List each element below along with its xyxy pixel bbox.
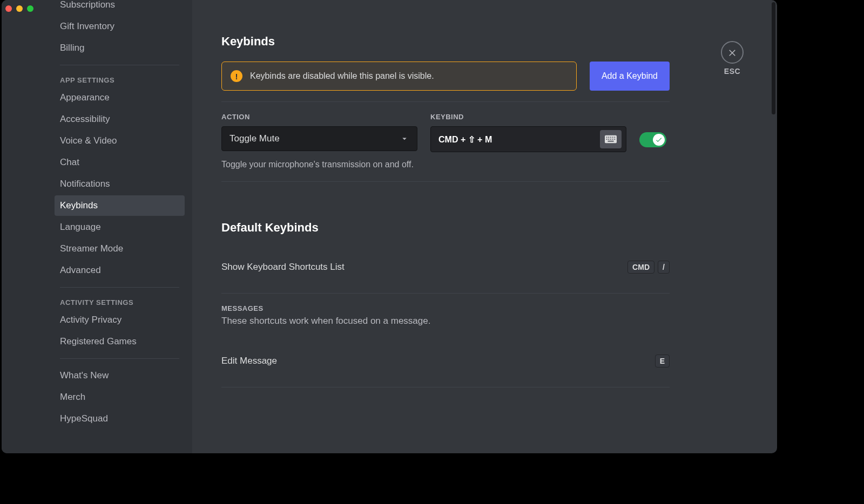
messages-subheader: MESSAGES	[221, 304, 670, 312]
action-select[interactable]: Toggle Mute	[221, 126, 417, 151]
warning-text: Keybinds are disabled while this panel i…	[250, 71, 434, 81]
keybind-input[interactable]: CMD + ⇧ + M	[430, 126, 626, 152]
record-keybind-button[interactable]	[600, 130, 622, 148]
sidebar-item-gift-inventory[interactable]: Gift Inventory	[55, 16, 185, 37]
settings-main: ESC Keybinds ! Keybinds are disabled whi…	[192, 0, 777, 453]
keybind-description: Toggle your microphone's transmission on…	[221, 160, 670, 169]
divider	[221, 293, 670, 294]
sidebar-item-language[interactable]: Language	[55, 217, 185, 237]
keycap: CMD	[627, 261, 654, 274]
keybind-enable-toggle[interactable]	[639, 132, 666, 147]
sidebar-item-chat[interactable]: Chat	[55, 152, 185, 173]
divider	[221, 181, 670, 182]
warning-banner: ! Keybinds are disabled while this panel…	[221, 62, 577, 91]
close-icon	[727, 47, 737, 57]
sidebar-header-app-settings: APP SETTINGS	[55, 72, 185, 87]
scrollbar[interactable]	[772, 2, 775, 114]
svg-rect-2	[608, 137, 609, 138]
messages-subdesc: These shortcuts work when focused on a m…	[221, 316, 670, 326]
keycap: /	[658, 261, 670, 274]
page-title: Keybinds	[221, 35, 670, 49]
close-window-dot[interactable]	[5, 5, 12, 12]
sidebar-divider	[60, 358, 179, 359]
close-label: ESC	[721, 67, 744, 76]
sidebar-item-keybinds[interactable]: Keybinds	[55, 195, 185, 216]
sidebar-item-advanced[interactable]: Advanced	[55, 260, 185, 281]
sidebar-item-merch[interactable]: Merch	[55, 387, 185, 407]
svg-rect-7	[608, 139, 609, 140]
sidebar-item-hypesquad[interactable]: HypeSquad	[55, 408, 185, 429]
shortcut-label: Edit Message	[221, 356, 277, 366]
sidebar-header-activity-settings: ACTIVITY SETTINGS	[55, 294, 185, 310]
svg-rect-10	[614, 139, 615, 140]
sidebar-item-notifications[interactable]: Notifications	[55, 174, 185, 194]
sidebar-item-appearance[interactable]: Appearance	[55, 87, 185, 108]
close-settings-group: ESC	[721, 41, 744, 76]
keycap: E	[655, 355, 670, 367]
shortcut-keys: E	[655, 355, 670, 367]
default-keybinds-title: Default Keybinds	[221, 221, 670, 235]
keybind-label: KEYBIND	[430, 113, 626, 121]
sidebar-divider	[60, 287, 179, 288]
svg-rect-3	[610, 137, 611, 138]
sidebar-item-accessibility[interactable]: Accessibility	[55, 109, 185, 130]
sidebar-divider	[60, 65, 179, 65]
shortcut-label: Show Keyboard Shortcuts List	[221, 262, 345, 273]
svg-rect-5	[614, 137, 615, 138]
minimize-window-dot[interactable]	[16, 5, 23, 12]
sidebar-item-whats-new[interactable]: What's New	[55, 365, 185, 386]
svg-rect-9	[612, 139, 613, 140]
close-button[interactable]	[721, 41, 744, 64]
warning-icon: !	[231, 70, 242, 82]
settings-sidebar: Subscriptions Gift Inventory Billing APP…	[2, 0, 192, 453]
keybind-value: CMD + ⇧ + M	[438, 134, 492, 145]
svg-rect-4	[612, 137, 613, 138]
svg-rect-11	[608, 141, 614, 142]
divider	[221, 101, 670, 102]
settings-window: Subscriptions Gift Inventory Billing APP…	[2, 0, 777, 453]
maximize-window-dot[interactable]	[27, 5, 33, 12]
sidebar-item-subscriptions[interactable]: Subscriptions	[55, 0, 185, 15]
divider	[221, 387, 670, 387]
sidebar-item-billing[interactable]: Billing	[55, 38, 185, 58]
check-icon	[655, 136, 663, 144]
window-traffic-lights[interactable]	[5, 5, 33, 12]
action-select-value: Toggle Mute	[230, 133, 280, 144]
shortcut-keys: CMD /	[627, 261, 670, 274]
chevron-down-icon	[400, 134, 409, 144]
action-label: ACTION	[221, 113, 417, 121]
sidebar-item-registered-games[interactable]: Registered Games	[55, 331, 185, 352]
svg-rect-8	[610, 139, 611, 140]
sidebar-item-activity-privacy[interactable]: Activity Privacy	[55, 310, 185, 330]
svg-rect-6	[606, 139, 608, 140]
svg-rect-1	[606, 137, 608, 138]
keyboard-icon	[605, 135, 617, 144]
sidebar-item-streamer-mode[interactable]: Streamer Mode	[55, 239, 185, 259]
add-keybind-button[interactable]: Add a Keybind	[590, 62, 670, 91]
sidebar-item-voice-video[interactable]: Voice & Video	[55, 131, 185, 151]
toggle-knob	[653, 134, 665, 146]
